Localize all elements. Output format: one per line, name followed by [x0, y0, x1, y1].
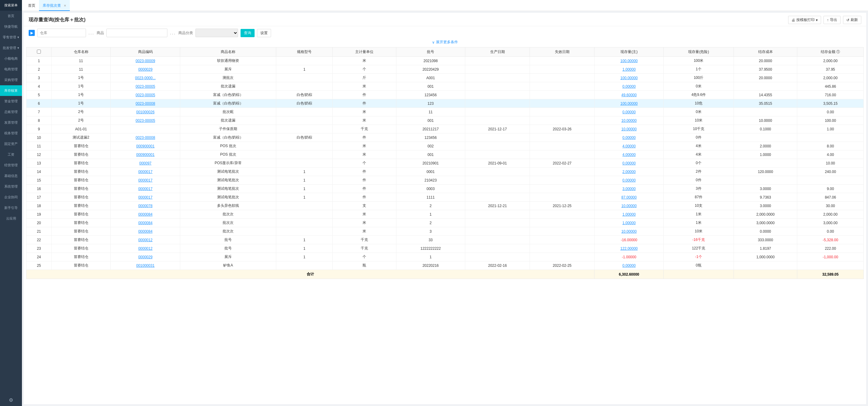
- col-qty-alt: 现存量(危险): [663, 47, 734, 57]
- sidebar-item-enterprise[interactable]: 企业协同: [0, 192, 22, 203]
- sidebar-item-guide[interactable]: 新手引导: [0, 203, 22, 213]
- row-unit: 件: [333, 91, 396, 99]
- row-no: 22: [27, 236, 52, 244]
- query-button[interactable]: 查询: [241, 29, 255, 37]
- row-spec: [276, 74, 333, 82]
- row-amount: -5,328.00: [797, 236, 864, 244]
- sidebar-item-basic-info[interactable]: 基础信息: [0, 171, 22, 181]
- row-code: 000097: [111, 159, 180, 168]
- row-name: 批次昵: [180, 108, 276, 116]
- sidebar-item-salary[interactable]: 工资: [0, 149, 22, 160]
- row-warehouse: 冒赛结仓: [52, 261, 111, 270]
- row-spec: [276, 202, 333, 210]
- expand-conditions[interactable]: ∨ 展开更多条件: [432, 40, 458, 45]
- row-prod-date: [465, 142, 530, 150]
- warehouse-filter[interactable]: [37, 29, 86, 37]
- sidebar-item-fixed-assets[interactable]: 固定资产: [0, 139, 22, 149]
- row-unit: 个: [333, 65, 396, 74]
- row-warehouse: A01-01: [52, 125, 111, 133]
- row-name: 批次次: [180, 219, 276, 227]
- settings-button[interactable]: 设置: [257, 29, 271, 37]
- row-qty-alt: -16千克: [663, 236, 734, 244]
- sidebar-item-finance[interactable]: 资金管理: [0, 96, 22, 107]
- row-no: 23: [27, 244, 52, 253]
- table-row: 3 1号 0023-0000... 测批次 斤 A001 100.00000 1…: [27, 74, 864, 82]
- row-no: 6: [27, 99, 52, 108]
- row-exp-date: [530, 176, 594, 184]
- export-button[interactable]: ↑ 导出: [824, 16, 841, 24]
- sidebar-item-cloud[interactable]: 云应用: [0, 213, 22, 224]
- row-spec: 1: [276, 244, 333, 253]
- print-button[interactable]: 🖨 按模板打印 ▾: [788, 16, 821, 24]
- select-all-checkbox[interactable]: [37, 49, 41, 54]
- sidebar-item-purchase[interactable]: 采购管理: [0, 75, 22, 85]
- tab-inventory-batch[interactable]: 库存批次查 ✕: [39, 0, 70, 11]
- goods-filter[interactable]: [106, 29, 167, 37]
- tab-close-icon[interactable]: ✕: [64, 4, 66, 7]
- row-qty-alt: 3件: [663, 184, 734, 193]
- table-row: 9 A01-01 子件保质期 千克 20211217 2021-12-17 20…: [27, 125, 864, 133]
- sidebar-item-ledger[interactable]: 总账管理: [0, 107, 22, 117]
- row-qty-main: 0.00000: [594, 133, 664, 142]
- row-exp-date: [530, 99, 594, 108]
- row-amount: 30.00: [797, 202, 864, 210]
- row-batch: 20220216: [396, 261, 465, 270]
- sidebar-item-ecom-small[interactable]: 小额电商: [0, 53, 22, 64]
- sidebar-item-tax[interactable]: 税务管理: [0, 128, 22, 139]
- row-cost: 3,000.0000: [734, 219, 797, 227]
- row-batch: 123456: [396, 91, 465, 99]
- filter-expand-arrow[interactable]: ▶: [29, 30, 35, 36]
- row-batch: 001: [396, 150, 465, 159]
- refresh-button[interactable]: ↺ 刷新: [843, 16, 861, 24]
- row-prod-date: [465, 74, 530, 82]
- settings-gear[interactable]: ⚙: [0, 394, 22, 406]
- table-row: 5 1号 0023-00005 富减（白色/奶棕） 白色/奶棕 件 123456…: [27, 91, 864, 99]
- row-exp-date: 2021-12-25: [530, 202, 594, 210]
- row-batch: 1111: [396, 193, 465, 202]
- row-exp-date: [530, 219, 594, 227]
- col-amount: 结存金额 ①: [797, 47, 864, 57]
- row-code: 0000017: [111, 176, 180, 184]
- main-area: 首页 库存批次查 ✕ 现存量查询(按仓库＋批次) 🖨 按模板打印 ▾ ↑ 导出: [22, 0, 868, 406]
- footer-empty2: [734, 270, 797, 279]
- row-qty-main: 122.00000: [594, 244, 664, 253]
- sidebar-logo[interactable]: 搜索菜单: [0, 0, 22, 11]
- row-name: 批号: [180, 244, 276, 253]
- sidebar-item-home[interactable]: 首页: [0, 11, 22, 21]
- category-label: 商品分类: [178, 30, 193, 36]
- row-code: 001000031: [111, 261, 180, 270]
- row-amount: 100.00: [797, 116, 864, 125]
- row-warehouse: 1号: [52, 74, 111, 82]
- row-qty-main: 100.00000: [594, 57, 664, 65]
- row-spec: 白色/奶棕: [276, 91, 333, 99]
- row-amount: 1.00: [797, 125, 864, 133]
- sidebar-item-wholesale[interactable]: 批发管理 ▾: [0, 43, 22, 53]
- row-batch: 20211217: [396, 125, 465, 133]
- row-qty-main: 49.60000: [594, 91, 664, 99]
- sidebar-item-ecom[interactable]: 电商管理: [0, 64, 22, 75]
- category-filter[interactable]: [195, 29, 238, 37]
- table-row: 24 冒赛结仓 0000029 展斥 1 个 1 -1.00000 -1个 1,…: [27, 253, 864, 261]
- row-qty-main: 0.00000: [594, 176, 664, 184]
- row-qty-main: 1.00000: [594, 219, 664, 227]
- tab-home[interactable]: 首页: [24, 0, 39, 11]
- table-row: 13 冒赛结仓 000097 POS显示库/异常 个 20210901 2021…: [27, 159, 864, 168]
- table-header-row: 仓库名称 商品编码 商品名称 规格型号 主计量单位 批号 生产日期 失效日期 现…: [27, 47, 864, 57]
- sidebar-item-management[interactable]: 经营管理: [0, 160, 22, 171]
- row-amount: 2,000.00: [797, 74, 864, 82]
- row-code: 0000012: [111, 236, 180, 244]
- row-unit: 米: [333, 150, 396, 159]
- row-code: 0023-0000...: [111, 74, 180, 82]
- sidebar-item-nav[interactable]: 快捷导航: [0, 21, 22, 32]
- sidebar-item-invoice[interactable]: 发票管理: [0, 117, 22, 128]
- row-cost: 120.0000: [734, 168, 797, 176]
- row-qty-main: 1.00000: [594, 210, 664, 219]
- row-name: 批号: [180, 236, 276, 244]
- sidebar-item-inventory[interactable]: 库存核算: [0, 85, 22, 96]
- row-code: 000900001: [111, 150, 180, 159]
- table-row: 19 冒赛结仓 0000084 批次次 米 1 1.00000 1米 2,000…: [27, 210, 864, 219]
- row-qty-main: 100.00000: [594, 99, 664, 108]
- sidebar-item-retail[interactable]: 零售管理 ▾: [0, 32, 22, 43]
- row-cost: 3.0000: [734, 184, 797, 193]
- sidebar-item-system[interactable]: 系统管理: [0, 181, 22, 192]
